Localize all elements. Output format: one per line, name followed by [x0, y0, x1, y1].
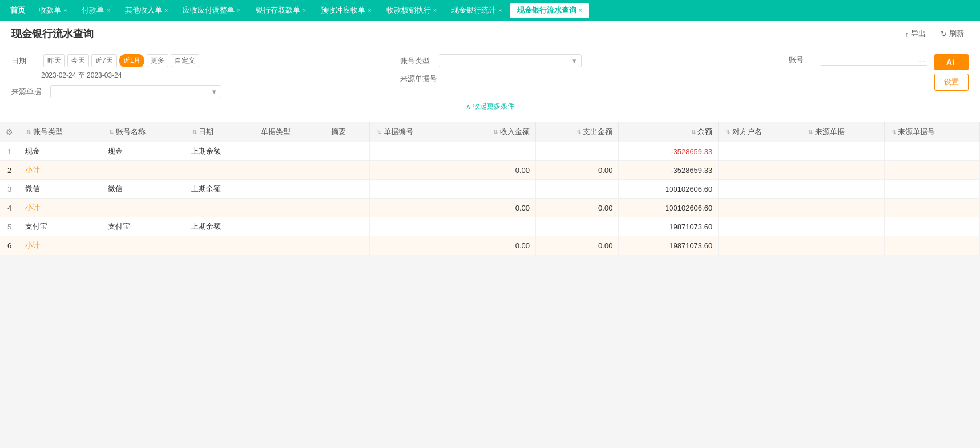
close-icon[interactable]: ×	[237, 7, 240, 14]
th-account-name[interactable]: ⇅ 账号名称	[102, 122, 185, 142]
cell-account-type: 小计	[19, 199, 102, 217]
nav-tab-yingshouyingfu[interactable]: 应收应付调整单 ×	[176, 3, 247, 18]
nav-tab-qitashouruan[interactable]: 其他收入单 ×	[118, 3, 175, 18]
date-btn-custom[interactable]: 自定义	[171, 54, 199, 67]
th-doc-no[interactable]: ⇅ 单据编号	[370, 122, 453, 142]
cell-account-name: 现金	[102, 142, 185, 161]
th-source-doc[interactable]: ⇅ 来源单据	[801, 122, 884, 142]
cell-source-doc	[801, 199, 884, 217]
account-label: 账号	[789, 55, 812, 65]
nav-tab-yinhangcunku[interactable]: 银行存取款单 ×	[249, 3, 313, 18]
th-settings[interactable]: ⚙	[0, 122, 19, 142]
cell-account-type: 微信	[19, 180, 102, 199]
close-icon[interactable]: ×	[164, 7, 168, 14]
filter-area: 日期 昨天 今天 近7天 近1月 更多 自定义 2023-02-24 至 202…	[0, 47, 980, 122]
nav-tab-shoukuanhexiao[interactable]: 收款核销执行 ×	[380, 3, 443, 18]
settings-button[interactable]: 设置	[934, 74, 969, 91]
chevron-down-icon: ▾	[572, 56, 576, 65]
export-icon: ↑	[905, 30, 909, 38]
cell-account-type: 小计	[19, 236, 102, 255]
cell-counterpart	[719, 161, 801, 180]
sort-icon: ⇅	[109, 129, 114, 135]
close-icon[interactable]: ×	[579, 7, 582, 14]
cell-doc-no	[370, 142, 453, 161]
close-icon[interactable]: ×	[368, 7, 371, 14]
th-source-doc-no[interactable]: ⇅ 来源单据号	[884, 122, 979, 142]
date-range-display: 2023-02-24 至 2023-03-24	[41, 71, 122, 79]
th-balance[interactable]: ⇅ 余额	[619, 122, 719, 142]
table-area: ⚙ ⇅ 账号类型 ⇅ 账号名称 ⇅ 日期 单据类型 摘要	[0, 122, 980, 255]
refresh-button[interactable]: ↻ 刷新	[936, 26, 969, 41]
close-icon[interactable]: ×	[106, 7, 110, 14]
cell-doc-type	[255, 180, 325, 199]
cell-account-name	[102, 199, 185, 217]
filter-row-date: 日期 昨天 今天 近7天 近1月 更多 自定义	[11, 54, 389, 67]
close-icon[interactable]: ×	[498, 7, 502, 14]
date-btn-1month[interactable]: 近1月	[119, 54, 145, 67]
export-button[interactable]: ↑ 导出	[901, 26, 931, 41]
ai-badge[interactable]: Ai	[938, 55, 962, 69]
collapse-bar[interactable]: ∧ 收起更多条件	[11, 98, 969, 115]
cell-doc-type	[255, 161, 325, 180]
data-table: ⚙ ⇅ 账号类型 ⇅ 账号名称 ⇅ 日期 单据类型 摘要	[0, 122, 980, 255]
cell-expense	[536, 142, 619, 161]
cell-balance: -3528659.33	[619, 161, 719, 180]
cell-counterpart	[719, 180, 801, 199]
nav-home[interactable]: 首页	[5, 3, 31, 18]
ellipsis-icon[interactable]: ...	[919, 55, 925, 64]
cell-expense	[536, 180, 619, 199]
cell-num: 6	[0, 236, 19, 255]
cell-balance: 100102606.60	[619, 199, 719, 217]
cell-num: 5	[0, 217, 19, 236]
nav-tab-liushui[interactable]: 现金银行流水查询 ×	[510, 3, 589, 18]
close-icon[interactable]: ×	[63, 7, 67, 14]
date-btn-today[interactable]: 今天	[67, 54, 89, 67]
source-doc-select[interactable]: ▾	[50, 85, 221, 98]
close-icon[interactable]: ×	[303, 7, 306, 14]
cell-doc-type	[255, 217, 325, 236]
cell-num: 4	[0, 199, 19, 217]
cell-doc-type	[255, 142, 325, 161]
cell-expense: 0.00	[536, 236, 619, 255]
cell-summary	[325, 217, 370, 236]
th-expense[interactable]: ⇅ 支出金额	[536, 122, 619, 142]
account-input[interactable]	[823, 55, 919, 64]
source-doc-no-input-wrap	[446, 73, 618, 84]
table-row: 1 现金 现金 上期余额 -3528659.33	[0, 142, 980, 161]
th-date[interactable]: ⇅ 日期	[185, 122, 255, 142]
nav-tab-shoukuandan[interactable]: 收款单 ×	[32, 3, 74, 18]
sort-icon: ⇅	[725, 129, 730, 135]
th-account-type[interactable]: ⇅ 账号类型	[19, 122, 102, 142]
table-row: 5 支付宝 支付宝 上期余额 19871073.60	[0, 217, 980, 236]
th-income[interactable]: ⇅ 收入金额	[453, 122, 535, 142]
date-btn-yesterday[interactable]: 昨天	[43, 54, 65, 67]
sort-icon: ⇅	[377, 129, 381, 135]
filter-row-account: 账号 ...	[789, 54, 927, 66]
close-icon[interactable]: ×	[433, 7, 437, 14]
cell-date: 上期余额	[185, 217, 255, 236]
date-btn-more[interactable]: 更多	[147, 54, 168, 67]
gear-icon: ⚙	[6, 127, 13, 136]
th-counterpart[interactable]: ⇅ 对方户名	[719, 122, 801, 142]
page-title: 现金银行流水查询	[11, 27, 94, 41]
cell-balance: 100102606.60	[619, 180, 719, 199]
source-doc-no-input[interactable]	[449, 74, 615, 83]
filter-row-account-type: 账号类型 ▾	[400, 54, 777, 67]
account-input-wrap: ...	[821, 54, 927, 66]
account-type-label: 账号类型	[400, 56, 430, 66]
cell-source-doc	[801, 217, 884, 236]
cell-source-doc-no	[884, 180, 979, 199]
nav-tab-fukuandan[interactable]: 付款单 ×	[75, 3, 116, 18]
account-type-select[interactable]: ▾	[439, 54, 582, 67]
cell-doc-no	[370, 217, 453, 236]
cell-income	[453, 180, 535, 199]
nav-tab-xianjinyinhang[interactable]: 现金银行统计 ×	[445, 3, 509, 18]
date-btn-7days[interactable]: 近7天	[91, 54, 117, 67]
cell-date	[185, 236, 255, 255]
nav-tab-yushouchen[interactable]: 预收冲应收单 ×	[314, 3, 378, 18]
cell-source-doc	[801, 142, 884, 161]
sort-icon: ⇅	[192, 129, 197, 135]
cell-income	[453, 217, 535, 236]
cell-account-type: 小计	[19, 161, 102, 180]
sort-icon: ⇅	[691, 129, 696, 135]
